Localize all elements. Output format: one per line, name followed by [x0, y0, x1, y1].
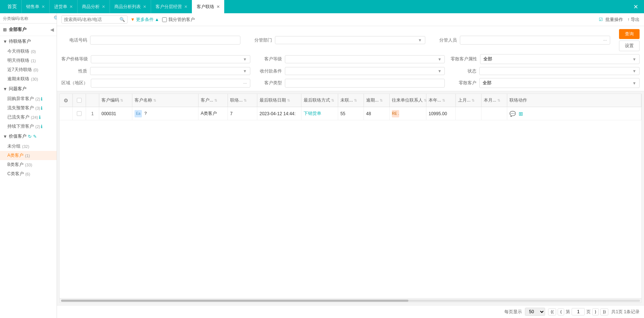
page-last-btn[interactable]: ⟩⟩	[600, 308, 608, 315]
nav-window-close[interactable]: ✕	[630, 3, 641, 10]
th-class[interactable]: 客户... ⇅	[198, 94, 228, 107]
th-checkbox-input[interactable]	[77, 98, 82, 103]
nav-tab-analysis[interactable]: 商品分析 ✕	[77, 0, 110, 13]
sidebar-search-icon[interactable]: 🔍	[54, 15, 57, 21]
nav-tab-customer-contact-close[interactable]: ✕	[217, 4, 220, 9]
filter-status-select[interactable]: ▼	[479, 67, 640, 75]
horizontal-scrollbar[interactable]	[60, 298, 641, 303]
page-num-input[interactable]	[572, 308, 585, 315]
th-method[interactable]: 最后联络方式 ⇅	[301, 94, 338, 107]
nav-tab-analysis-close[interactable]: ✕	[102, 4, 105, 9]
nav-tab-sales-close[interactable]: ✕	[42, 4, 45, 9]
filter-payment-select[interactable]: ▼	[285, 67, 445, 75]
filter-scattered-attr-select[interactable]: 全部 ▼	[480, 54, 640, 64]
sidebar-item-today[interactable]: 今天待联络 (0)	[0, 47, 57, 56]
filter-customer-level-select[interactable]: ▼	[285, 55, 445, 63]
action-chat-icon[interactable]: 💬	[509, 111, 516, 117]
sidebar-item-7days-count: (0)	[33, 68, 38, 72]
sidebar-item-overdue-label: 逾期未联络	[7, 76, 29, 82]
sidebar-item-overdue[interactable]: 逾期未联络 (30)	[0, 74, 57, 84]
th-last-month[interactable]: 上月... ⇅	[456, 94, 482, 107]
page-next-btn[interactable]: ⟩	[592, 308, 599, 315]
th-code[interactable]: 客户编码 ⇅	[99, 94, 132, 107]
filter-nature-select[interactable]: ▼	[90, 67, 250, 75]
th-method-label: 最后联络方式	[304, 97, 330, 103]
filter-customer-type: 客户类型	[256, 79, 445, 88]
sidebar-item-class-b[interactable]: B类客户 (33)	[0, 160, 57, 169]
sidebar-all-customers-header[interactable]: ⊞ 全部客户 ◀	[0, 24, 57, 36]
sidebar-item-class-c[interactable]: C类客户 (6)	[0, 169, 57, 179]
td-overdue: 48	[364, 107, 390, 120]
th-cur-month[interactable]: 本月... ⇅	[482, 94, 507, 107]
nav-tab-customer-contact[interactable]: 客户联络 ✕	[192, 0, 224, 13]
nav-tab-analysis-list-close[interactable]: ✕	[143, 4, 146, 9]
page-nav: ⟨⟨ ⟨ 第 页 ⟩ ⟩⟩	[548, 308, 608, 315]
filter-region-select[interactable]: ···	[91, 79, 250, 88]
th-overdue[interactable]: 逾期... ⇅	[364, 94, 390, 107]
query-btn[interactable]: 查询	[619, 29, 640, 39]
th-checkbox[interactable]	[73, 94, 86, 107]
page-size-select[interactable]: 50 100 200	[525, 308, 545, 316]
sidebar-item-churned[interactable]: 已流失客户 (24) ℹ	[0, 113, 57, 122]
filter-price-level-select[interactable]: ▼	[91, 55, 250, 63]
info-icon-rebuy: ℹ	[41, 96, 43, 102]
th-prev-company[interactable]: 往来单位联系人 ⇅	[390, 94, 426, 107]
td-last-month	[456, 107, 482, 120]
filter-customer-type-input[interactable]	[285, 79, 445, 88]
filter-scattered-attr-value: 全部	[483, 56, 492, 62]
batch-op-label: 批量操作	[605, 17, 623, 22]
sidebar-group-problem[interactable]: ▼ 问题客户	[0, 84, 57, 94]
nav-tab-customer-tier[interactable]: 客户分层经营 ✕	[151, 0, 192, 13]
sidebar-collapse-icon[interactable]: ◀	[50, 27, 54, 32]
th-date[interactable]: 最后联络日期 ⇅	[257, 94, 301, 107]
filter-dept-select[interactable]: ▼	[275, 36, 425, 44]
nav-tab-purchase-close[interactable]: ✕	[69, 4, 73, 9]
filter-scattered-arrow: ▼	[632, 81, 636, 85]
sidebar-item-class-a[interactable]: A类客户 (1)	[0, 151, 57, 160]
refresh-icon[interactable]: ↻	[28, 134, 32, 139]
th-name[interactable]: 客户名称 ⇅	[132, 94, 198, 107]
page-prev-btn[interactable]: ⟨	[558, 308, 564, 315]
sidebar-group-pending[interactable]: ▼ 待联络客户	[0, 36, 57, 47]
settings-btn[interactable]: 设置	[619, 40, 640, 51]
page-first-btn[interactable]: ⟨⟨	[548, 308, 556, 315]
sidebar-search-input[interactable]	[3, 16, 54, 21]
sidebar-item-declining[interactable]: 持续下滑客户 (2) ℹ	[0, 122, 57, 131]
sidebar-item-rebuy[interactable]: 回购异常客户 (2) ℹ	[0, 94, 57, 103]
nav-tab-customer-tier-close[interactable]: ✕	[184, 4, 187, 9]
sidebar-group-value[interactable]: ▼ 价值客户 ↻ ✎	[0, 131, 57, 142]
batch-op-btn[interactable]: ☑ 批量操作	[599, 17, 623, 23]
sidebar-item-7days[interactable]: 近7天待联络 (0)	[0, 65, 57, 74]
my-customer-checkbox[interactable]	[162, 17, 167, 22]
edit-icon[interactable]: ✎	[33, 134, 37, 139]
export-btn[interactable]: ↑ 导出	[627, 17, 640, 23]
th-contact[interactable]: 联络... ⇅	[228, 94, 257, 107]
search-icon[interactable]: 🔍	[119, 17, 125, 22]
row-num: 1	[91, 111, 94, 116]
th-cur-year[interactable]: 本年... ⇅	[426, 94, 456, 107]
row-checkbox[interactable]	[77, 111, 82, 116]
sidebar-item-tomorrow[interactable]: 明天待联络 (1)	[0, 56, 57, 65]
nav-tab-analysis-list-label: 商品分析列表	[114, 4, 141, 10]
filter-btn-group: 查询 设置	[619, 29, 640, 51]
row-method-link[interactable]: 下销货单	[304, 110, 321, 117]
action-qr-icon[interactable]: ⊞	[519, 111, 523, 117]
nav-tab-purchase[interactable]: 进货单 ✕	[49, 0, 77, 13]
th-uncontact[interactable]: 未联... ⇅	[338, 94, 364, 107]
search-input[interactable]	[64, 17, 119, 22]
nav-tab-analysis-list[interactable]: 商品分析列表 ✕	[110, 0, 151, 13]
sidebar-item-churn-warning[interactable]: 流失预警客户 (3) ℹ	[0, 103, 57, 113]
filter-phone-input[interactable]	[90, 36, 240, 45]
export-label: 导出	[631, 17, 640, 22]
more-filter-btn[interactable]: ▼ 更多条件 ▲	[130, 17, 159, 23]
filter-person-select[interactable]: ···	[460, 36, 610, 45]
sidebar-item-unclassified[interactable]: 未分组 (32)	[0, 142, 57, 151]
filter-icon: ▼	[130, 17, 135, 22]
nav-home[interactable]: 首页	[3, 0, 21, 13]
filter-payment: 收付款条件 ▼	[256, 67, 445, 75]
nav-tab-sales[interactable]: 销售单 ✕	[21, 0, 49, 13]
filter-scattered-select[interactable]: 全部 ▼	[479, 78, 640, 88]
th-settings[interactable]: ⚙	[60, 94, 73, 107]
td-checkbox[interactable]	[73, 107, 86, 120]
filter-row-3: 性质 ▼ 收付款条件 ▼ 状态	[61, 67, 640, 75]
